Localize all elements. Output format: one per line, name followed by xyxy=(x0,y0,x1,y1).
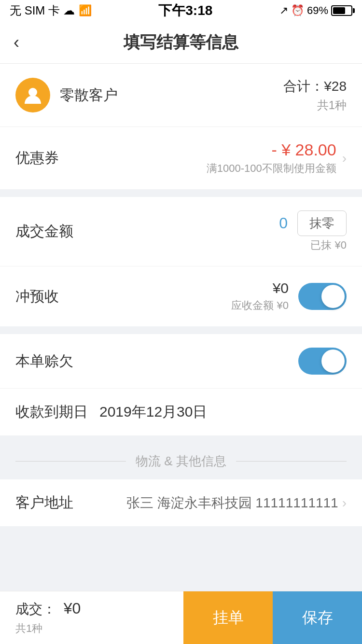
debt-section: 本单赊欠 收款到期日 2019年12月30日 xyxy=(0,334,362,435)
due-date-row: 收款到期日 2019年12月30日 xyxy=(0,388,362,435)
advance-toggle[interactable] xyxy=(298,283,347,310)
divider-line-right xyxy=(236,461,347,462)
due-date-value: 2019年12月30日 xyxy=(99,402,207,422)
customer-row: 零散客户 合计：¥28 共1种 xyxy=(0,64,362,126)
status-left: 无 SIM 卡 ☁ 📶 xyxy=(10,3,92,18)
pending-button[interactable]: 挂单 xyxy=(183,591,273,644)
advance-label: 冲预收 xyxy=(15,287,59,307)
battery-icon xyxy=(331,5,352,16)
address-section: 客户地址 张三 海淀永丰科技园 11111111111 › xyxy=(0,479,362,526)
toggle-knob xyxy=(321,285,345,308)
deal-amount-controls: 0 抹零 xyxy=(279,210,347,236)
svg-point-0 xyxy=(28,88,37,97)
coupon-amount: - ¥ 28.00 xyxy=(207,140,336,159)
divider-line-left xyxy=(15,461,126,462)
advance-main: ¥0 xyxy=(231,280,289,296)
save-button[interactable]: 保存 xyxy=(273,591,362,644)
battery-percent: 69% xyxy=(307,4,328,17)
debt-toggle[interactable] xyxy=(298,348,347,375)
debt-label: 本单赊欠 xyxy=(15,351,73,371)
alarm-icon: ⏰ xyxy=(291,4,304,17)
customer-total: 合计：¥28 共1种 xyxy=(283,77,347,113)
bottom-deal-amount: ¥0 xyxy=(64,600,81,617)
address-chevron-icon: › xyxy=(342,495,347,511)
coupon-right: - ¥ 28.00 满1000-100不限制使用金额 › xyxy=(207,140,347,176)
coupon-row[interactable]: 优惠券 - ¥ 28.00 满1000-100不限制使用金额 › xyxy=(0,126,362,189)
sim-label: 无 SIM 卡 ☁ xyxy=(10,3,75,18)
bottom-deal-line: 成交： ¥0 xyxy=(15,600,168,618)
avatar xyxy=(15,78,50,112)
deal-amount-row: 成交金额 0 抹零 已抹 ¥0 xyxy=(0,197,362,266)
bottom-deal-label: 成交： xyxy=(15,602,56,616)
total-count: 共1种 xyxy=(283,98,347,113)
wifi-icon: 📶 xyxy=(79,4,92,17)
status-time: 下午3:18 xyxy=(158,1,212,20)
deal-amount-sub: 已抹 ¥0 xyxy=(279,238,347,252)
coupon-amount-block: - ¥ 28.00 满1000-100不限制使用金额 xyxy=(207,140,336,176)
due-date-label: 收款到期日 xyxy=(15,402,88,422)
deal-amount-right: 0 抹零 已抹 ¥0 xyxy=(279,210,347,252)
advance-row: 冲预收 ¥0 应收金额 ¥0 xyxy=(0,266,362,326)
back-button[interactable]: ‹ xyxy=(14,32,19,53)
customer-info: 零散客户 xyxy=(15,78,118,112)
nav-bar: ‹ 填写结算等信息 xyxy=(0,21,362,64)
bottom-bar: 成交： ¥0 共1种 挂单 保存 xyxy=(0,591,362,644)
address-row[interactable]: 客户地址 张三 海淀永丰科技园 11111111111 › xyxy=(0,479,362,526)
debt-row: 本单赊欠 xyxy=(0,334,362,388)
page-title: 填写结算等信息 xyxy=(124,31,238,54)
debt-toggle-knob xyxy=(321,350,345,373)
address-label: 客户地址 xyxy=(15,493,73,513)
content: 零散客户 合计：¥28 共1种 优惠券 - ¥ 28.00 满1000-100不… xyxy=(0,64,362,592)
status-bar: 无 SIM 卡 ☁ 📶 下午3:18 ↗ ⏰ 69% xyxy=(0,0,362,21)
location-icon: ↗ xyxy=(279,4,288,17)
coupon-description: 满1000-100不限制使用金额 xyxy=(207,161,336,176)
advance-right: ¥0 应收金额 ¥0 xyxy=(231,280,347,313)
advance-sub: 应收金额 ¥0 xyxy=(231,298,289,313)
round-zero-button[interactable]: 抹零 xyxy=(297,210,347,236)
deal-amount-value: 0 xyxy=(279,214,288,232)
address-right: 张三 海淀永丰科技园 11111111111 › xyxy=(126,494,347,512)
address-value: 张三 海淀永丰科技园 11111111111 xyxy=(126,494,338,512)
coupon-label: 优惠券 xyxy=(15,148,59,168)
deal-amount-label: 成交金额 xyxy=(15,222,73,241)
logistics-label: 物流 & 其他信息 xyxy=(136,453,226,470)
bottom-summary: 成交： ¥0 共1种 xyxy=(0,600,183,636)
deal-section: 成交金额 0 抹零 已抹 ¥0 冲预收 ¥0 应收金额 ¥0 xyxy=(0,197,362,326)
customer-section: 零散客户 合计：¥28 共1种 优惠券 - ¥ 28.00 满1000-100不… xyxy=(0,64,362,189)
customer-name: 零散客户 xyxy=(60,85,118,105)
logistics-divider: 物流 & 其他信息 xyxy=(0,443,362,479)
bottom-count: 共1种 xyxy=(15,621,168,636)
advance-amounts: ¥0 应收金额 ¥0 xyxy=(231,280,289,313)
total-label: 合计：¥28 xyxy=(283,77,347,96)
status-right: ↗ ⏰ 69% xyxy=(279,4,352,17)
chevron-right-icon: › xyxy=(342,151,347,166)
